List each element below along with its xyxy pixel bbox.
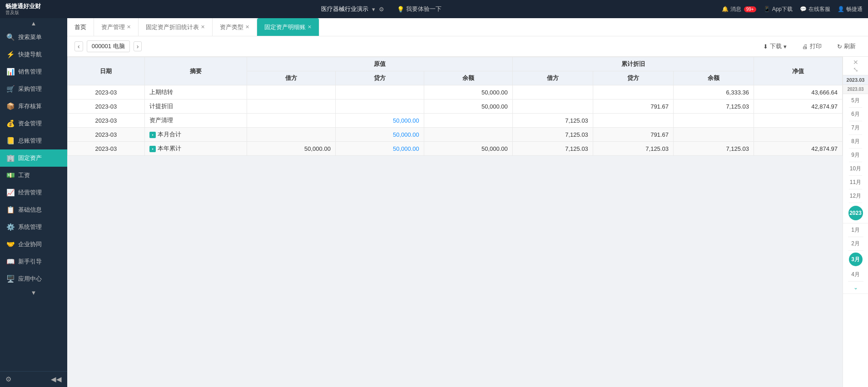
refresh-button[interactable]: ↻ 刷新 [832, 40, 861, 53]
tab-close-depreciation-stat[interactable]: ✕ [201, 24, 205, 30]
sidebar-collapse-icon[interactable]: ◀◀ [51, 375, 62, 383]
company-name: 医疗器械行业演示 [321, 5, 368, 13]
timeline-months-before: 5月6月7月8月9月10月11月12月 [849, 94, 862, 203]
sidebar-scroll-up[interactable]: ▲ [0, 18, 67, 29]
cell-orig-credit: 50,000.00 [335, 128, 424, 142]
cell-orig-debit [247, 85, 335, 99]
timeline-month-item[interactable]: 10月 [849, 162, 862, 176]
content-area: 首页 资产管理 ✕ 固定资产折旧统计表 ✕ 资产类型 ✕ 固定资产明细账 ✕ [67, 18, 868, 387]
timeline-month-item[interactable]: 1月 [848, 223, 863, 237]
cell-orig-debit [247, 128, 335, 142]
cell-acc-debit: 7,125.03 [512, 114, 593, 128]
refresh-icon: ↻ [837, 43, 842, 50]
timeline-month-item[interactable]: 4月 [848, 268, 863, 282]
timeline-expand-icon[interactable]: ⤡ [853, 66, 858, 73]
timeline-year-badge[interactable]: 2023 [843, 203, 868, 223]
download-dropdown-arrow[interactable]: ▾ [784, 43, 787, 50]
experience-icon: 💡 [397, 6, 404, 13]
operations-icon: 📈 [6, 189, 15, 197]
sidebar-item-salary[interactable]: 💵 工资 [0, 167, 67, 184]
print-button[interactable]: 🖨 打印 [797, 40, 827, 53]
timeline-close-icon[interactable]: ✕ [853, 59, 858, 66]
cell-net-value: 42,874.97 [754, 142, 842, 156]
cell-acc-balance: 6,333.36 [673, 85, 754, 99]
user-avatar-btn[interactable]: 👤 畅捷通 [838, 5, 863, 13]
tab-close-asset-mgmt[interactable]: ✕ [127, 24, 131, 30]
cell-orig-balance [424, 114, 512, 128]
cell-acc-credit: 791.67 [593, 99, 673, 114]
quicknav-icon: ⚡ [6, 50, 15, 59]
sidebar-item-guide[interactable]: 📖 新手引导 [0, 253, 67, 270]
cell-acc-credit [593, 114, 673, 128]
online-service-btn[interactable]: 💬 在线客服 [800, 5, 830, 13]
top-bar-right: 🔔 消息 99+ 📱 App下载 💬 在线客服 👤 畅捷通 [722, 5, 863, 13]
timeline-month-item[interactable]: 5月 [849, 94, 862, 108]
sidebar-item-search[interactable]: 🔍 搜索菜单 [0, 29, 67, 46]
cell-orig-credit: 50,000.00 [335, 114, 424, 128]
col-header-acc-balance: 余额 [673, 71, 754, 85]
service-icon: 💬 [800, 6, 807, 12]
sidebar-item-fixed-assets[interactable]: 🏢 固定资产 [0, 149, 67, 167]
cell-orig-balance: 50,000.00 [424, 142, 512, 156]
sidebar-item-basic-info[interactable]: 📋 基础信息 [0, 201, 67, 218]
dropdown-arrow-icon[interactable]: ▾ [372, 6, 375, 13]
tab-asset-mgmt[interactable]: 资产管理 ✕ [94, 18, 139, 36]
app-download-btn[interactable]: 📱 App下载 [764, 5, 793, 13]
fixed-assets-icon: 🏢 [6, 154, 15, 162]
sidebar-item-ledger[interactable]: 📒 总账管理 [0, 132, 67, 149]
row-badge: ▪ [149, 146, 156, 152]
tab-close-asset-type[interactable]: ✕ [245, 24, 249, 30]
timeline-month-item[interactable]: 6月 [849, 108, 862, 121]
sidebar-item-operations[interactable]: 📈 经营管理 [0, 184, 67, 201]
sidebar-item-quicknav[interactable]: ⚡ 快捷导航 [0, 46, 67, 63]
tab-asset-detail[interactable]: 固定资产明细账 ✕ [257, 18, 319, 36]
timeline-month-item[interactable]: 12月 [849, 189, 862, 203]
timeline-month-item[interactable]: 9月 [849, 149, 862, 162]
message-btn[interactable]: 🔔 消息 99+ [722, 5, 756, 13]
sidebar-item-inventory[interactable]: 📦 库存核算 [0, 98, 67, 115]
tab-close-asset-detail[interactable]: ✕ [308, 24, 312, 30]
logo-line2: 普及版 [5, 10, 41, 15]
sidebar-item-sales[interactable]: 📊 销售管理 [0, 63, 67, 80]
sidebar-item-purchase[interactable]: 🛒 采购管理 [0, 80, 67, 98]
sidebar-bottom: ⚙ ◀◀ [0, 371, 67, 387]
top-bar: 畅捷通好业财 普及版 医疗器械行业演示 ▾ ⚙ 💡 我要体验一下 🔔 消息 99… [0, 0, 868, 18]
timeline-month-item[interactable]: 7月 [849, 121, 862, 135]
sidebar-item-funds[interactable]: 💰 资金管理 [0, 115, 67, 132]
sidebar-scroll-down[interactable]: ▼ [0, 288, 67, 298]
cell-date: 2023-03 [68, 99, 145, 114]
avatar-icon: 👤 [838, 6, 844, 12]
sidebar-item-enterprise[interactable]: 🤝 企业协同 [0, 236, 67, 253]
cell-acc-debit: 7,125.03 [512, 128, 593, 142]
cell-summary: ▪本年累计 [144, 142, 247, 156]
tab-bar: 首页 资产管理 ✕ 固定资产折旧统计表 ✕ 资产类型 ✕ 固定资产明细账 ✕ [67, 18, 868, 36]
download-button[interactable]: ⬇ 下载 ▾ [758, 40, 792, 53]
experience-btn[interactable]: 💡 我要体验一下 [397, 5, 441, 13]
tab-asset-type[interactable]: 资产类型 ✕ [213, 18, 257, 36]
timeline-month-item[interactable]: 3月 [848, 251, 863, 268]
timeline-arrow-down[interactable]: ⌄ [843, 282, 868, 294]
message-badge: 99+ [744, 6, 756, 12]
timeline-month-item[interactable]: 2月 [848, 237, 863, 251]
cell-net-value: 43,666.64 [754, 85, 842, 99]
cell-acc-credit: 791.67 [593, 128, 673, 142]
timeline-month-item[interactable]: 11月 [849, 176, 862, 189]
cell-orig-credit [335, 99, 424, 114]
col-header-accumulated-depreciation: 累计折旧 [512, 57, 754, 71]
guide-icon: 📖 [6, 258, 15, 266]
settings-icon[interactable]: ⚙ [379, 6, 384, 13]
prev-asset-button[interactable]: ‹ [74, 41, 83, 51]
sidebar-gear-icon[interactable]: ⚙ [5, 375, 11, 383]
cell-orig-balance: 50,000.00 [424, 85, 512, 99]
print-icon: 🖨 [802, 43, 808, 50]
system-icon: ⚙️ [6, 223, 15, 231]
next-asset-button[interactable]: › [134, 41, 142, 51]
table-row: 2023-03 资产清理 50,000.00 7,125.03 [68, 114, 843, 128]
timeline-month-item[interactable]: 8月 [849, 135, 862, 149]
tab-depreciation-stat[interactable]: 固定资产折旧统计表 ✕ [139, 18, 213, 36]
tab-home[interactable]: 首页 [67, 18, 94, 36]
col-header-acc-debit: 借方 [512, 71, 593, 85]
sidebar-item-appstore[interactable]: 🖥️ 应用中心 [0, 270, 67, 288]
sidebar-item-system[interactable]: ⚙️ 系统管理 [0, 218, 67, 236]
table-main: 日期 摘要 原值 累计折旧 净值 借方 贷方 余额 借方 [67, 57, 843, 387]
